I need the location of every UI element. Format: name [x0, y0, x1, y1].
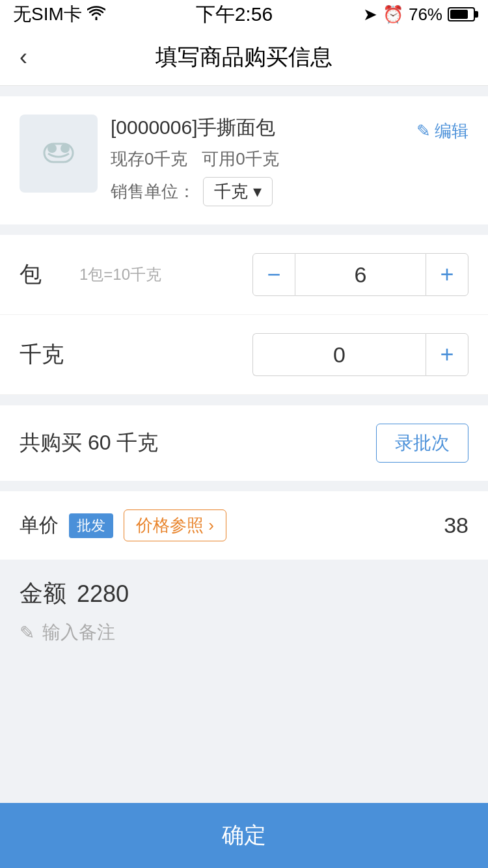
- chevron-down-icon: ▾: [253, 182, 262, 202]
- remark-placeholder: 输入备注: [42, 620, 115, 645]
- product-image: [20, 115, 98, 193]
- unit-selector[interactable]: 千克 ▾: [203, 177, 273, 206]
- edit-icon: ✎: [416, 121, 431, 141]
- status-left: 无SIM卡: [13, 2, 105, 27]
- quantity-kg-input[interactable]: [252, 333, 426, 376]
- amount-label: 金额: [20, 578, 66, 610]
- amount-row: 金额 2280: [20, 578, 468, 610]
- edit-button[interactable]: ✎ 编辑: [416, 120, 468, 142]
- remark-row[interactable]: ✎ 输入备注: [20, 620, 468, 663]
- battery-icon: [448, 7, 475, 21]
- product-card: [0000006]手撕面包 ✎ 编辑 现存0千克 可用0千克 销售单位： 千克 …: [0, 96, 488, 224]
- carrier-text: 无SIM卡: [13, 2, 82, 27]
- unit-label-kg: 千克: [20, 340, 72, 370]
- battery-percent: 76%: [409, 5, 442, 25]
- quantity-control-kg: +: [252, 333, 468, 376]
- price-section: 单价 批发 价格参照 › 38: [0, 491, 488, 560]
- price-label: 单价: [20, 512, 59, 539]
- decrease-bao-button[interactable]: −: [252, 253, 295, 296]
- total-row: 共购买 60 千克 录批次: [0, 405, 488, 481]
- price-reference-button[interactable]: 价格参照 ›: [124, 509, 226, 541]
- empty-space: [0, 663, 488, 803]
- price-value: 38: [444, 513, 468, 538]
- quantity-control-bao: − +: [252, 253, 468, 296]
- alarm-icon: ⏰: [383, 5, 403, 25]
- nav-bar: ‹ 填写商品购买信息: [0, 29, 488, 86]
- batch-button[interactable]: 录批次: [376, 424, 468, 463]
- wifi-icon: [87, 4, 105, 25]
- total-text: 共购买 60 千克: [20, 429, 158, 457]
- quantity-bao-input[interactable]: [295, 253, 426, 296]
- quantity-row-bao: 包 1包=10千克 − +: [0, 235, 488, 315]
- unit-hint-bao: 1包=10千克: [79, 264, 252, 285]
- product-stock: 现存0千克 可用0千克: [111, 148, 468, 170]
- pencil-icon: ✎: [20, 622, 34, 644]
- quantity-row-kg: 千克 +: [0, 315, 488, 395]
- page-title: 填写商品购买信息: [156, 42, 332, 72]
- confirm-button[interactable]: 确定: [0, 803, 488, 868]
- status-right: ➤ ⏰ 76%: [363, 5, 475, 25]
- price-batch-tag: 批发: [69, 513, 113, 538]
- status-time: 下午2:56: [196, 1, 273, 28]
- back-button[interactable]: ‹: [20, 44, 27, 71]
- product-name: [0000006]手撕面包: [111, 115, 275, 141]
- amount-value: 2280: [77, 580, 129, 608]
- amount-section: 金额 2280 ✎ 输入备注: [0, 560, 488, 663]
- unit-label-bao: 包: [20, 260, 72, 290]
- quantity-section: 包 1包=10千克 − + 千克 +: [0, 235, 488, 395]
- increase-bao-button[interactable]: +: [426, 253, 468, 296]
- product-unit-row: 销售单位： 千克 ▾: [111, 177, 468, 206]
- product-info: [0000006]手撕面包 ✎ 编辑 现存0千克 可用0千克 销售单位： 千克 …: [111, 115, 468, 206]
- product-logo-icon: [39, 134, 78, 173]
- increase-kg-button[interactable]: +: [426, 333, 468, 376]
- status-bar: 无SIM卡 下午2:56 ➤ ⏰ 76%: [0, 0, 488, 29]
- location-icon: ➤: [363, 5, 377, 25]
